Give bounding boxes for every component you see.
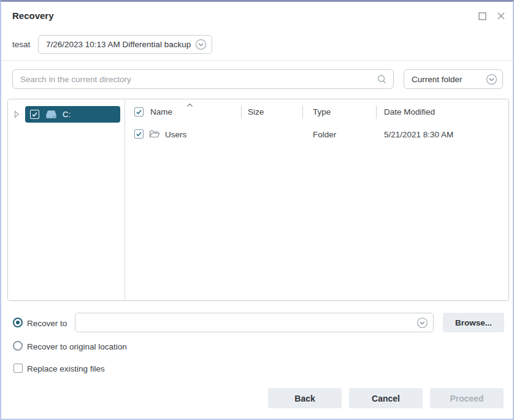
search-scope-value: Current folder (412, 75, 486, 84)
check-icon (31, 111, 38, 118)
proceed-button[interactable]: Proceed (430, 388, 504, 408)
recovery-dialog: Recovery tesat 7/26/2023 10:13 AM Differ… (0, 0, 514, 420)
check-icon (136, 109, 142, 115)
divider (1, 60, 513, 61)
search-input[interactable] (20, 75, 377, 84)
chevron-down-icon (416, 317, 428, 329)
tree-expand-icon[interactable] (14, 110, 20, 119)
search-scope-dropdown[interactable]: Current folder (404, 69, 503, 89)
column-divider[interactable] (241, 105, 242, 119)
search-icon (377, 74, 387, 85)
chevron-down-icon (486, 74, 497, 85)
recover-to-input[interactable] (83, 318, 416, 327)
maximize-icon (478, 12, 486, 20)
file-date-modified: 5/21/2021 8:30 AM (384, 130, 453, 139)
column-header-name[interactable]: Name (150, 107, 172, 116)
file-browser-panel: C: Name Size Type Date Modified (7, 99, 509, 301)
cancel-button[interactable]: Cancel (349, 388, 423, 408)
search-container (12, 69, 394, 89)
dialog-title: Recovery (12, 10, 54, 21)
replace-existing-files-label: Replace existing files (27, 364, 105, 373)
list-header: Name Size Type Date Modified (125, 99, 508, 124)
file-name: Users (165, 130, 186, 139)
recover-to-radio[interactable] (13, 318, 23, 327)
recover-original-location-label: Recover to original location (27, 342, 127, 351)
column-header-type[interactable]: Type (313, 107, 331, 116)
folder-icon (149, 129, 160, 139)
tree-item-drive-c[interactable]: C: (25, 106, 120, 123)
file-type: Folder (313, 130, 336, 139)
column-divider[interactable] (302, 105, 303, 119)
select-all-checkbox[interactable] (134, 107, 144, 116)
row-checkbox[interactable] (134, 129, 144, 139)
check-icon (136, 131, 142, 137)
browse-button[interactable]: Browse... (443, 313, 504, 332)
maximize-button[interactable] (477, 10, 488, 21)
drive-label: C: (63, 110, 71, 119)
column-header-size[interactable]: Size (248, 107, 264, 116)
recover-to-input-container (75, 313, 434, 332)
recover-to-label: Recover to (27, 319, 67, 328)
sort-ascending-icon (186, 103, 193, 107)
chevron-down-icon (195, 39, 207, 50)
file-row-users[interactable]: Users Folder 5/21/2021 8:30 AM (125, 126, 508, 143)
backup-version-value: 7/26/2023 10:13 AM Differential backup (46, 40, 195, 49)
backup-version-dropdown[interactable]: 7/26/2023 10:13 AM Differential backup (38, 35, 212, 54)
backup-name-label: tesat (12, 40, 30, 49)
replace-existing-files-checkbox[interactable] (13, 364, 23, 373)
close-button[interactable] (496, 10, 507, 21)
close-icon (497, 12, 505, 20)
back-button[interactable]: Back (268, 388, 342, 408)
column-divider[interactable] (376, 105, 377, 119)
drive-c-checkbox[interactable] (30, 110, 39, 119)
drive-icon (45, 110, 57, 119)
recover-original-location-radio[interactable] (13, 341, 23, 351)
column-header-date-modified[interactable]: Date Modified (384, 107, 435, 116)
